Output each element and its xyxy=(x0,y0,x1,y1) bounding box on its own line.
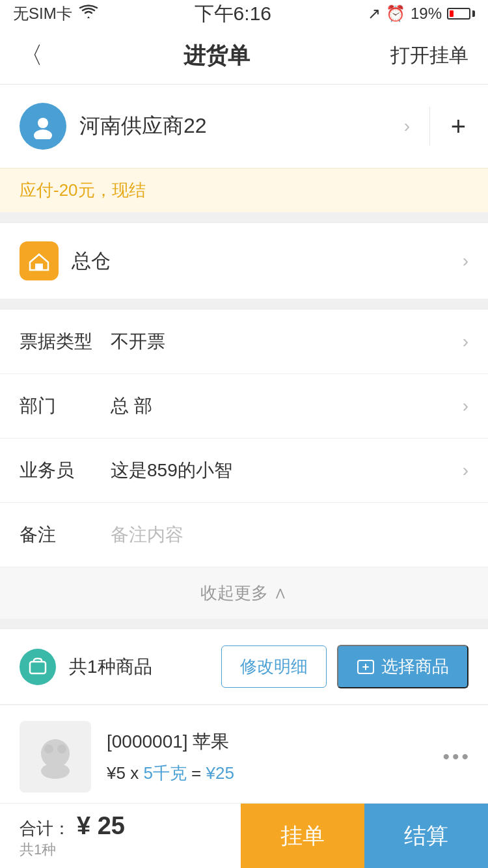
invoice-type-label: 票据类型 xyxy=(20,329,111,354)
location-icon: ↗ xyxy=(368,5,381,23)
salesperson-label: 业务员 xyxy=(20,458,111,483)
supplier-alert: 应付-20元，现结 xyxy=(0,168,488,212)
products-section: 共1种商品 修改明细 选择商品 [0000001] 苹果 xyxy=(0,629,488,808)
form-section: 票据类型 不开票 › 部门 总 部 › 业务员 这是859的小智 › 备注 备注… xyxy=(0,309,488,619)
salesperson-arrow: › xyxy=(463,460,468,481)
department-label: 部门 xyxy=(20,394,111,418)
total-count: 共1种 xyxy=(20,840,221,860)
status-time: 下午6:16 xyxy=(195,1,271,27)
status-left: 无SIM卡 xyxy=(13,3,98,24)
settle-button[interactable]: 结算 xyxy=(364,804,488,868)
supplier-section: 河南供应商22 › + 应付-20元，现结 xyxy=(0,85,488,212)
product-total: ¥25 xyxy=(206,763,234,783)
collapse-bar[interactable]: 收起更多 ∧ xyxy=(0,567,488,619)
svg-rect-3 xyxy=(30,662,46,673)
product-thumbnail xyxy=(20,721,91,793)
remark-row[interactable]: 备注 备注内容 xyxy=(0,502,488,567)
product-info: [0000001] 苹果 ¥5 x 5千克 = ¥25 xyxy=(107,729,442,785)
unit-price: ¥5 xyxy=(107,763,126,783)
product-title: 苹果 xyxy=(193,731,229,752)
nav-bar: 〈 进货单 打开挂单 xyxy=(0,27,488,85)
salesperson-row[interactable]: 业务员 这是859的小智 › xyxy=(0,438,488,502)
back-button[interactable]: 〈 xyxy=(20,40,43,72)
open-hang-button[interactable]: 打开挂单 xyxy=(390,42,468,69)
salesperson-value: 这是859的小智 xyxy=(111,458,463,483)
nav-title: 进货单 xyxy=(183,41,250,71)
product-price: ¥5 x 5千克 = ¥25 xyxy=(107,762,442,785)
carrier-label: 无SIM卡 xyxy=(13,3,72,24)
warehouse-icon xyxy=(20,241,59,280)
battery-percent: 19% xyxy=(411,5,442,23)
status-right: ↗ ⏰ 19% xyxy=(368,5,475,23)
product-item: [0000001] 苹果 ¥5 x 5千克 = ¥25 ••• xyxy=(0,705,488,808)
footer: 合计： ¥ 25 共1种 挂单 结算 xyxy=(0,803,488,868)
select-product-label: 选择商品 xyxy=(381,655,449,678)
warehouse-row[interactable]: 总仓 › xyxy=(0,223,488,299)
footer-total: 合计： ¥ 25 共1种 xyxy=(0,804,241,868)
svg-point-6 xyxy=(41,763,70,779)
supplier-arrow-icon: › xyxy=(404,116,410,137)
remark-label: 备注 xyxy=(20,522,111,547)
department-row[interactable]: 部门 总 部 › xyxy=(0,373,488,438)
warehouse-arrow-icon: › xyxy=(463,251,468,271)
remark-input[interactable]: 备注内容 xyxy=(111,522,468,547)
invoice-type-arrow: › xyxy=(463,331,468,352)
total-amount: ¥ 25 xyxy=(77,812,125,840)
invoice-type-value: 不开票 xyxy=(111,329,463,354)
hang-button[interactable]: 挂单 xyxy=(241,804,364,868)
product-name: [0000001] 苹果 xyxy=(107,729,442,754)
select-product-button[interactable]: 选择商品 xyxy=(337,645,468,688)
department-value: 总 部 xyxy=(111,394,463,418)
products-icon xyxy=(20,649,56,685)
department-arrow: › xyxy=(463,396,468,416)
invoice-type-row[interactable]: 票据类型 不开票 › xyxy=(0,309,488,373)
svg-rect-2 xyxy=(35,264,43,270)
supplier-avatar xyxy=(20,103,66,150)
battery-icon xyxy=(447,8,475,20)
supplier-name: 河南供应商22 xyxy=(79,112,404,141)
modify-detail-button[interactable]: 修改明细 xyxy=(221,645,327,688)
add-supplier-button[interactable]: + xyxy=(429,107,468,146)
svg-point-7 xyxy=(44,744,53,753)
warehouse-name: 总仓 xyxy=(72,248,463,275)
total-label: 合计： xyxy=(20,817,70,840)
wifi-icon xyxy=(79,5,98,23)
product-header: 共1种商品 修改明细 选择商品 xyxy=(0,629,488,705)
warehouse-section: 总仓 › xyxy=(0,223,488,299)
alarm-icon: ⏰ xyxy=(386,5,405,23)
svg-point-1 xyxy=(34,129,52,139)
svg-point-8 xyxy=(57,744,66,753)
supplier-row[interactable]: 河南供应商22 › + xyxy=(0,85,488,168)
svg-point-0 xyxy=(38,118,48,128)
status-bar: 无SIM卡 下午6:16 ↗ ⏰ 19% xyxy=(0,0,488,27)
product-more-button[interactable]: ••• xyxy=(442,746,468,768)
product-qty: 5千克 xyxy=(143,763,186,783)
product-count: 共1种商品 xyxy=(69,655,221,679)
product-code: [0000001] xyxy=(107,731,188,752)
